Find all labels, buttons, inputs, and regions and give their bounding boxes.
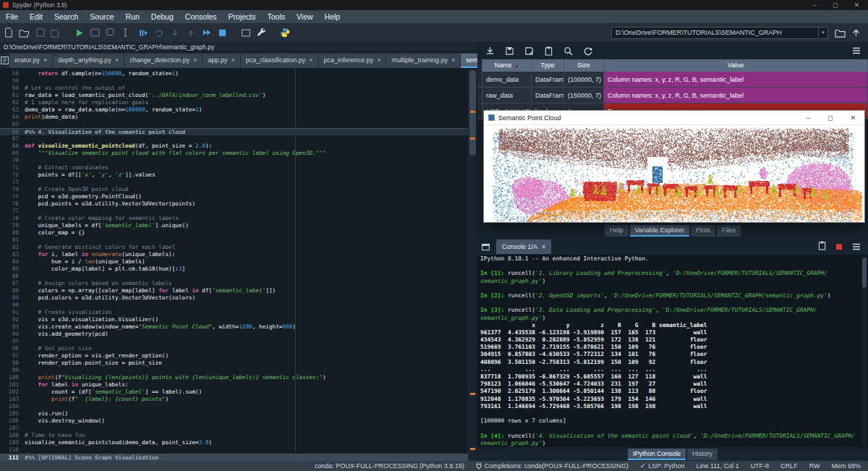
tab-ipython-console[interactable]: IPython Console [628,449,686,460]
browse-directory-button[interactable] [833,25,848,41]
step-into-button[interactable] [167,25,182,41]
import-icon[interactable] [483,44,496,57]
tab-label: depth_anything.py [58,56,111,64]
editor-scrollbar[interactable] [468,69,476,461]
tab-pca_classification.py[interactable]: pca_classification.py× [241,54,318,68]
tab-history[interactable]: History [687,449,718,460]
clipboard-icon[interactable] [818,240,826,253]
column-header-value[interactable]: Value [604,59,868,72]
run-cell-button[interactable] [88,25,103,41]
code-text: # Create Open3D point cloud [25,186,128,193]
line-number: 85 [0,266,25,273]
pointcloud-render[interactable] [484,125,864,222]
new-file-button[interactable] [1,25,16,41]
menu-file[interactable]: File [0,10,24,23]
menu-projects[interactable]: Projects [223,10,262,23]
refresh-icon[interactable] [581,44,594,57]
browse-tabs-icon[interactable] [0,52,9,68]
working-directory-combo[interactable]: ▼ [611,27,828,39]
menu-tools[interactable]: Tools [262,10,292,23]
stop-button[interactable] [215,25,230,41]
close-button[interactable]: ✕ [854,0,859,10]
code-text: print(f" {label}: {count} points") [25,396,169,403]
tab-depth_anything.py[interactable]: depth_anything.py× [53,54,124,68]
run-cell-and-advance-button[interactable] [103,25,119,41]
menu-run[interactable]: Run [120,10,145,23]
save-all-button[interactable] [48,25,64,41]
save-as-icon[interactable] [522,44,535,57]
pointcloud-window-titlebar[interactable]: Semantic Point Cloud – ◻ ✕ [484,111,864,125]
pc-close-button[interactable]: ✕ [850,114,856,122]
pc-maximize-button[interactable]: ◻ [827,114,833,122]
editor-scrollbar-thumb[interactable] [469,70,476,156]
right-panel: Name▲TypeSizeValue demo_dataDataFrame(10… [477,42,868,461]
menu-debug[interactable]: Debug [145,10,179,23]
menu-view[interactable]: View [291,10,319,23]
tab-files[interactable]: Files [717,225,741,237]
tab-close-icon[interactable]: × [43,56,47,64]
console-options-menu-icon[interactable] [852,240,861,253]
column-header-size[interactable]: Size [564,59,604,72]
table-row[interactable]: demo_dataDataFrame(100000, 7)Column name… [477,72,868,88]
editor-pane: D:\OneDrive\FORMER\TUTORIALS\SEMANTIC_GR… [0,42,476,461]
console-tab[interactable]: Console 1/A × [496,239,551,254]
interrupt-kernel-button[interactable] [836,244,842,250]
menu-help[interactable]: Help [319,10,346,23]
tab-change_detection.py[interactable]: change_detection.py× [124,54,202,68]
tab-plots[interactable]: Plots [691,225,715,237]
console-scrollbar[interactable] [861,256,867,446]
menu-source[interactable]: Source [84,10,119,23]
clipboard-icon[interactable] [542,44,555,57]
tab-pca_inference.py[interactable]: pca_inference.py× [319,54,386,68]
line-number: 94 [0,331,25,338]
tab-variable-explorer[interactable]: Variable Explorer [630,225,689,237]
open-file-button[interactable] [17,25,32,41]
maximize-pane-button[interactable] [238,25,253,41]
tab-close-icon[interactable]: × [451,56,455,64]
menu-consoles[interactable]: Consoles [179,10,223,23]
lsp-status[interactable]: ✓ LSP: Python [640,462,685,470]
tab-close-icon[interactable]: × [377,56,380,64]
search-icon[interactable] [561,44,574,57]
save-button[interactable] [33,25,48,41]
save-icon[interactable] [503,44,516,57]
tab-close-icon[interactable]: × [309,56,312,64]
tab-app.py[interactable]: app.py× [203,54,239,68]
python-env-button[interactable] [277,25,292,41]
pc-minimize-button[interactable]: – [807,114,810,122]
menu-search[interactable]: Search [48,10,84,23]
completions-status[interactable]: Completions: conda(POUX-FULL-PROCESSING) [476,462,629,470]
parent-directory-button[interactable] [848,25,864,41]
console-output[interactable]: IPython 8.18.1 -- An enhanced Interactiv… [477,255,868,447]
chevron-down-icon[interactable]: ▼ [818,27,827,38]
debug-file-button[interactable] [135,25,150,41]
minimize-button[interactable]: – [813,0,817,10]
column-header-type[interactable]: Type [532,59,564,72]
pointcloud-window-title: Semantic Point Cloud [498,114,561,122]
tab-close-icon[interactable]: × [115,56,119,64]
run-selection-button[interactable] [119,25,135,41]
variable-explorer-options-menu-icon[interactable] [852,44,868,57]
tab-erator.py[interactable]: erator.py× [9,54,52,68]
tab-help[interactable]: Help [605,225,629,237]
table-row[interactable]: raw_dataDataFrame(150000, 7)Column names… [477,88,868,103]
step-return-button[interactable] [183,25,198,41]
console-tab-close-icon[interactable]: × [542,243,545,250]
maximize-button[interactable]: ◻ [833,0,838,10]
tab-close-icon[interactable]: × [231,56,235,64]
tab-close-icon[interactable]: × [193,56,197,64]
run-button[interactable] [72,25,87,41]
preferences-button[interactable] [254,25,269,41]
conda-env-status[interactable]: conda: POUX-FULL-PROCESSING (Python 3.9.… [315,462,464,470]
pointcloud-window[interactable]: Semantic Point Cloud – ◻ ✕ [483,110,865,223]
code-text: # I sample here for replication goals [25,99,148,106]
column-header-name[interactable]: Name▲ [482,59,532,72]
new-window-icon[interactable] [477,239,493,255]
code-editor[interactable]: 58 return df.sample(n=150000, random_sta… [0,69,476,461]
continue-execution-button[interactable] [199,25,214,41]
working-directory-input[interactable] [612,29,818,36]
rerun-cell-button[interactable] [151,25,166,41]
code-text: count = (df['semantic_label'] == label).… [25,389,202,396]
menu-edit[interactable]: Edit [24,10,48,23]
tab-multiple_training.py[interactable]: multiple_training.py× [386,54,460,68]
